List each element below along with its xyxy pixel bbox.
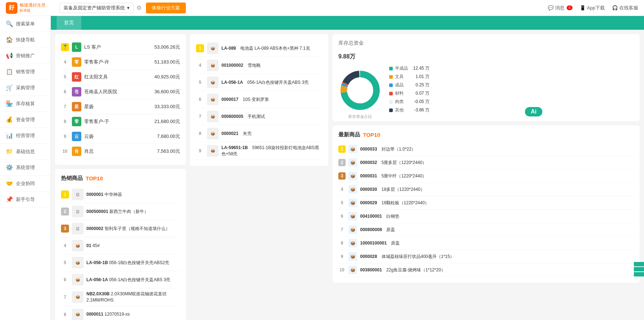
chart-label: 库存资金占比 xyxy=(338,114,382,119)
hot-product-item: 8 📦 0000011 12070519-xs xyxy=(61,306,180,320)
rank-num-4: 4 xyxy=(61,58,69,66)
sidebar-label-inventory: 库存核算 xyxy=(16,100,35,107)
left-panel: 🥇 L LS 客户 53,006.26元 4 零 零售客户-许 51,183.0… xyxy=(55,34,186,320)
legend-label: 成品 xyxy=(395,82,411,88)
legend-dot xyxy=(389,83,393,87)
rank-item-8: 8 零 零售客户-于 21,680.00元 xyxy=(61,114,180,129)
middle-rank-badge: 7 xyxy=(196,112,204,120)
home-icon: 🏠 xyxy=(6,36,13,43)
middle-product-name: 000800005 手机测试 xyxy=(221,114,322,120)
product-img: 📦 xyxy=(72,291,83,303)
middle-product-img: 📦 xyxy=(207,128,219,139)
message-button[interactable]: 💬 消息 6 xyxy=(548,5,572,11)
message-label: 消息 xyxy=(555,5,564,11)
rank-name-10: 肖总 xyxy=(84,148,154,155)
hot-products-list: 1 🖼 0000001 中华神器 2 🖼 000500001 新西兰牛肉（新牛）… xyxy=(61,186,180,320)
rank-num-8: 8 xyxy=(61,118,69,126)
middle-product-item: 7 📦 000800005 手机测试 xyxy=(196,108,322,125)
legend-label: 其他 xyxy=(395,107,409,113)
sidebar-label-cooperation: 企业协同 xyxy=(16,180,35,187)
sidebar-item-operations[interactable]: 📊 经营管理 xyxy=(0,128,50,144)
latest-product-item: 5 📦 0000029 18颗粒板（1220*2440） xyxy=(338,196,634,210)
latest-rank-badge: 7 xyxy=(338,226,346,233)
product-img: 🖼 xyxy=(72,189,83,200)
latest-product-name: 0000033 封边带（1.0*22） xyxy=(360,146,634,152)
middle-products-card: 1 📦 LA-089 电池盖 LA-089 ABS本色+黑种 7.1克 4 📦 … xyxy=(190,34,328,166)
sidebar-item-nav[interactable]: 🏠 快捷导航 xyxy=(0,32,50,48)
experience-button[interactable]: 体验行业方案 xyxy=(146,3,186,13)
online-service-button[interactable]: 🎧 在线客服 xyxy=(612,5,638,11)
legend-value: -3.86 万 xyxy=(414,107,430,113)
sidebar-item-basic[interactable]: 📁 基础信息 xyxy=(0,144,50,160)
sidebar-label-finance: 资金管理 xyxy=(16,116,35,123)
latest-product-name: 0000032 5厘多层（1220*2440） xyxy=(360,160,634,166)
sidebar-item-system[interactable]: ⚙️ 系统管理 xyxy=(0,160,50,176)
sidebar-item-finance[interactable]: 💰 资金管理 xyxy=(0,112,50,128)
latest-rank-badge: 5 xyxy=(338,199,346,206)
product-img: 📦 xyxy=(72,240,83,251)
legend-item: 其他 -3.86 万 xyxy=(389,107,429,113)
logo-badge: 标准版 xyxy=(20,8,46,13)
settings-icon[interactable]: ⚙ xyxy=(136,4,142,11)
sidebar-item-purchase[interactable]: 🛒 采购管理 xyxy=(0,80,50,96)
product-name: NB2.0X30B 2.0X30MM双搓花轴搓花直径2.1MM/ROHS xyxy=(86,291,180,303)
chevron-down-icon: ▾ xyxy=(127,5,130,11)
inventory-icon: 🏪 xyxy=(6,100,13,107)
inventory-card: 库存总资金 9.88万 xyxy=(333,34,640,121)
latest-rank-badge: 2 xyxy=(338,159,346,166)
rank-badge: 4 xyxy=(61,242,69,250)
rank-amount-8: 21,680.00元 xyxy=(154,118,180,125)
product-name: 000500001 新西兰牛肉（新牛） xyxy=(86,209,180,215)
latest-product-icon: 📦 xyxy=(349,172,357,180)
middle-product-item: 9 📦 LA-59651-1B 59651-1B旋转投影灯电池盒ABS黑色+58… xyxy=(196,142,322,160)
middle-rank-badge: 8 xyxy=(196,130,204,138)
rank-avatar-9: 云 xyxy=(72,132,81,141)
rank-item-6: 6 苍 苍南县人民医院 36,600.00元 xyxy=(61,85,180,99)
sidebar-label-basic: 基础信息 xyxy=(16,148,35,155)
legend-item: 材料 0.07 万 xyxy=(389,90,429,97)
middle-product-img: 📦 xyxy=(207,94,219,105)
sidebar-label-search: 搜索菜单 xyxy=(16,21,35,27)
sidebar-item-inventory[interactable]: 🏪 库存核算 xyxy=(0,96,50,112)
latest-product-name: 0000030 18多层（1220*2440） xyxy=(360,186,634,193)
sidebar-label-marketing: 营销推广 xyxy=(16,53,35,59)
legend-value: -0.05 万 xyxy=(414,99,430,105)
sidebar-item-search[interactable]: 🔍 搜索菜单 xyxy=(0,16,50,32)
product-img: 📦 xyxy=(72,309,83,320)
sidebar-label-system: 系统管理 xyxy=(16,164,35,171)
middle-product-item: 5 📦 LA-056-1A 056-1A白色按键开关盖ABS 3壳 xyxy=(196,74,322,91)
sidebar-item-marketing[interactable]: 📢 营销推广 xyxy=(0,48,50,64)
latest-product-item: 6 📦 004100001 白钢垫 xyxy=(338,210,634,223)
basic-icon: 📁 xyxy=(6,148,13,155)
product-name: LA-056-1A 056-1A白色按键开关盖ABS 3壳 xyxy=(86,277,180,283)
ai-bubble[interactable]: Ai xyxy=(525,107,542,116)
legend-label: 文具 xyxy=(395,74,411,80)
rank-num-6: 6 xyxy=(61,88,69,96)
sidebar-item-cooperation[interactable]: 🤝 企业协同 xyxy=(0,176,50,192)
latest-product-icon: 📦 xyxy=(349,266,357,274)
tab-home[interactable]: 首页 xyxy=(57,16,81,30)
float-btn-community[interactable]: 服务社区 xyxy=(634,267,644,271)
float-btn-service[interactable]: 客服热线 xyxy=(634,262,644,266)
middle-product-name: 0000021 夹壳 xyxy=(221,131,322,137)
latest-rank-badge: 3 xyxy=(338,172,346,180)
sidebar-label-sales: 销售管理 xyxy=(16,69,35,75)
rank-amount-6: 36,600.00元 xyxy=(154,89,180,95)
middle-product-name: LA-089 电池盖 LA-089 ABS本色+黑种 7.1克 xyxy=(221,45,322,52)
product-name: 01 45# xyxy=(86,243,180,249)
system-selector[interactable]: 装备及固定资产辅助管理系统 ▾ xyxy=(60,3,134,13)
sidebar-label-guide: 新手引导 xyxy=(16,196,35,203)
latest-rank-badge: 6 xyxy=(338,213,346,220)
float-btn-live[interactable]: 直播 xyxy=(634,272,644,276)
rank-name-6: 苍南县人民医院 xyxy=(84,89,151,95)
sidebar-item-guide[interactable]: 📌 新手引导 xyxy=(0,192,50,208)
middle-product-name: 0000017 10S 变刺罗浆 xyxy=(221,97,322,103)
float-service: 客服热线 服务社区 直播 xyxy=(634,262,644,276)
rank-badge: 7 xyxy=(61,293,69,301)
product-img: 📦 xyxy=(72,257,83,268)
sidebar-item-sales[interactable]: 📋 销售管理 xyxy=(0,64,50,80)
app-download-button[interactable]: 📱 App下载 xyxy=(580,5,605,11)
rank-num-5: 5 xyxy=(61,73,69,81)
latest-product-item: 4 📦 0000030 18多层（1220*2440） xyxy=(338,183,634,196)
legend-dot xyxy=(389,100,393,104)
